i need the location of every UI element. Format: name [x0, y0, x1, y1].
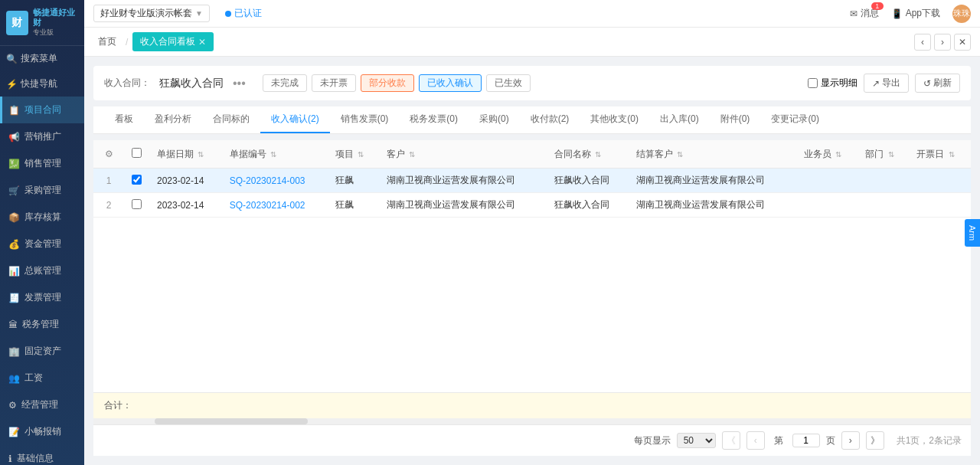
sidebar-item-label: 搜索菜单: [21, 52, 57, 65]
sort-bill-date-icon[interactable]: ⇅: [198, 150, 204, 159]
sort-department-icon[interactable]: ⇅: [888, 150, 894, 159]
row-2-customer: 湖南卫视商业运营发展有限公司: [379, 193, 547, 218]
pagination-page-input[interactable]: [792, 434, 820, 447]
pagination-first-button[interactable]: 《: [722, 431, 740, 450]
ops-icon: ⚙: [8, 400, 17, 411]
company-name: 好业财专业版演示帐套: [100, 7, 192, 20]
sidebar-item-project[interactable]: 📋 项目合同: [0, 97, 84, 123]
row-1-bill-number: SQ-20230214-003: [222, 169, 328, 193]
sidebar-item-label: 项目合同: [24, 103, 61, 116]
scrollbar-thumb[interactable]: [155, 418, 308, 424]
sidebar-item-inventory[interactable]: 📦 库存核算: [0, 204, 84, 231]
tab-profit-analysis[interactable]: 盈利分析: [144, 106, 202, 133]
col-settings: ⚙: [93, 140, 124, 169]
app-download-button[interactable]: 📱 App下载: [891, 7, 940, 20]
col-contract-name: 合同名称 ⇅: [547, 140, 629, 169]
table-row[interactable]: 2 2023-02-14 SQ-20230214-002 狂飙 湖南卫视商业运营…: [93, 193, 971, 218]
quick-nav-icon: ⚡: [6, 79, 18, 90]
row-1-contract-name: 狂飙收入合同: [547, 169, 629, 193]
sort-open-date-icon[interactable]: ⇅: [949, 150, 955, 159]
refresh-label: 刷新: [933, 77, 952, 90]
per-page-select[interactable]: 50 100: [677, 433, 716, 448]
footer-total-label: 合计：: [104, 399, 132, 412]
contract-more-icon[interactable]: •••: [233, 77, 246, 90]
sidebar-item-invoice[interactable]: 🧾 发票管理: [0, 284, 84, 311]
tab-payment[interactable]: 收付款(2): [520, 106, 580, 133]
tab-other-income[interactable]: 其他收支(0): [580, 106, 649, 133]
row-2-salesperson: [796, 193, 858, 218]
select-all-checkbox[interactable]: [132, 148, 142, 158]
sidebar-item-basic[interactable]: ℹ 基础信息: [0, 445, 84, 465]
pagination-last-button[interactable]: 》: [866, 431, 884, 450]
settings-icon[interactable]: ⚙: [101, 146, 116, 162]
sidebar-item-quick-nav[interactable]: ⚡ 快捷导航: [0, 71, 84, 97]
sidebar-item-purchase[interactable]: 🛒 采购管理: [0, 177, 84, 204]
tab-contract-standards[interactable]: 合同标的: [202, 106, 260, 133]
tab-bar: 首页 / 收入合同看板 ✕ ‹ › ✕: [84, 28, 980, 57]
tab-tax-invoice[interactable]: 税务发票(0): [399, 106, 469, 133]
status-not-invoiced[interactable]: 未开票: [312, 74, 356, 92]
tab-income-confirm[interactable]: 收入确认(2): [260, 106, 330, 133]
row-2-bill-link[interactable]: SQ-20230214-002: [230, 200, 305, 211]
company-arrow-icon: ▼: [195, 9, 203, 18]
refresh-button[interactable]: ↺ 刷新: [915, 74, 960, 93]
user-avatar[interactable]: 珠珠: [952, 5, 971, 23]
sidebar-item-sales[interactable]: 💹 销售管理: [0, 150, 84, 177]
sort-project-icon[interactable]: ⇅: [358, 150, 364, 159]
sidebar-item-fixed-assets[interactable]: 🏢 固定资产: [0, 338, 84, 365]
sidebar-item-label: 总账管理: [24, 264, 61, 277]
row-2-checkbox-cell: [124, 193, 149, 218]
pagination-next-button[interactable]: ›: [841, 431, 860, 450]
tab-attachments[interactable]: 附件(0): [710, 106, 761, 133]
sidebar-item-search[interactable]: 🔍 搜索菜单: [0, 46, 84, 71]
sidebar-item-general[interactable]: 📊 总账管理: [0, 257, 84, 284]
sidebar-item-hr[interactable]: 👥 工资: [0, 365, 84, 391]
right-fixed-button[interactable]: Arm: [965, 218, 980, 246]
tab-close-icon[interactable]: ✕: [198, 37, 206, 47]
tab-sales-invoice[interactable]: 销售发票(0): [330, 106, 400, 133]
tab-kanban[interactable]: 看板: [104, 106, 144, 133]
horizontal-scrollbar[interactable]: [93, 418, 971, 424]
tab-home[interactable]: 首页: [93, 35, 121, 48]
status-partial-receipt[interactable]: 部分收款: [361, 74, 414, 92]
company-selector[interactable]: 好业财专业版演示帐套 ▼: [93, 5, 210, 22]
nav-prev-button[interactable]: ‹: [914, 34, 931, 51]
tab-warehouse[interactable]: 出入库(0): [649, 106, 710, 133]
sort-customer-icon[interactable]: ⇅: [409, 150, 415, 159]
show-detail-checkbox[interactable]: 显示明细: [808, 77, 858, 90]
project-icon: 📋: [8, 105, 20, 116]
sidebar-item-capital[interactable]: 💰 资金管理: [0, 231, 84, 257]
sidebar-item-ops[interactable]: ⚙ 经营管理: [0, 391, 84, 418]
status-not-complete[interactable]: 未完成: [263, 74, 307, 92]
export-button[interactable]: ↗ 导出: [864, 74, 909, 93]
sidebar-item-tax[interactable]: 🏛 税务管理: [0, 311, 84, 338]
col-bill-number: 单据编号 ⇅: [222, 140, 328, 169]
row-2-checkbox[interactable]: [132, 199, 142, 209]
row-1-open-date: [909, 169, 971, 193]
table-wrapper[interactable]: ⚙ 单据日期 ⇅ 单据编号: [93, 140, 971, 392]
tab-change-records[interactable]: 变更记录(0): [760, 106, 830, 133]
basic-icon: ℹ: [8, 454, 12, 464]
row-1-checkbox[interactable]: [132, 175, 142, 185]
nav-close-button[interactable]: ✕: [954, 34, 971, 51]
tab-purchase[interactable]: 采购(0): [469, 106, 520, 133]
sidebar-item-report[interactable]: 📝 小畅报销: [0, 418, 84, 445]
topbar: 好业财专业版演示帐套 ▼ 已认证 ✉ 消息 1 📱 App下载 珠珠: [84, 0, 980, 28]
sort-result-customer-icon[interactable]: ⇅: [677, 150, 683, 159]
sidebar-item-marketing[interactable]: 📢 营销推广: [0, 123, 84, 150]
logo-icon: 财: [6, 11, 28, 35]
nav-next-button[interactable]: ›: [934, 34, 951, 51]
hr-icon: 👥: [8, 373, 20, 384]
table-row[interactable]: 1 2023-02-14 SQ-20230214-003 狂飙 湖南卫视商业运营…: [93, 169, 971, 193]
status-confirmed-receipt[interactable]: 已收入确认: [419, 74, 482, 92]
row-1-department: [858, 169, 909, 193]
message-button[interactable]: ✉ 消息 1: [850, 7, 879, 20]
sort-salesperson-icon[interactable]: ⇅: [835, 150, 841, 159]
status-effective[interactable]: 已生效: [486, 74, 531, 92]
pagination-prev-button[interactable]: ‹: [746, 431, 765, 450]
sort-contract-name-icon[interactable]: ⇅: [595, 150, 601, 159]
show-detail-input[interactable]: [808, 78, 818, 88]
tab-income-contract[interactable]: 收入合同看板 ✕: [132, 32, 214, 51]
sort-bill-number-icon[interactable]: ⇅: [270, 150, 276, 159]
row-1-bill-link[interactable]: SQ-20230214-003: [230, 175, 305, 186]
